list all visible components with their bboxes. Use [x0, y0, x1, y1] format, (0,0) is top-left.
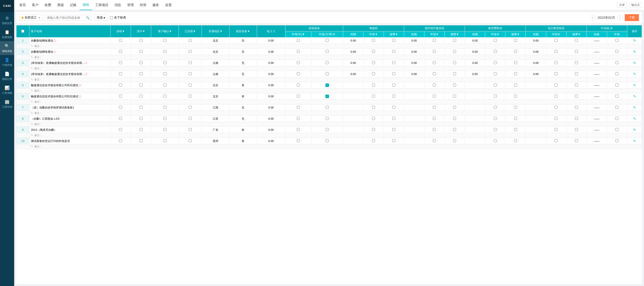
row-confirm[interactable]	[151, 116, 179, 122]
row-local-report[interactable]	[546, 82, 566, 88]
row-vat-report[interactable]	[363, 82, 384, 88]
fin-year-checkbox[interactable]	[297, 61, 300, 64]
row-clearcard[interactable]	[131, 82, 151, 88]
row-edu-pay[interactable]	[505, 138, 526, 144]
row-vat-report[interactable]	[363, 104, 384, 111]
row-edu-report[interactable]	[485, 38, 505, 44]
row-fin-year[interactable]	[285, 93, 311, 100]
edit-icon[interactable]: ✎	[633, 117, 636, 121]
edu-pay-checkbox[interactable]	[514, 139, 517, 142]
row-clearcard[interactable]	[131, 49, 151, 55]
taxcopy-checkbox[interactable]	[119, 61, 122, 64]
note-cell[interactable]: ✎ 备注：	[29, 55, 642, 60]
row-completed[interactable]	[179, 116, 202, 122]
stamp-report-checkbox[interactable]	[615, 50, 618, 53]
stamp-report-checkbox[interactable]	[615, 95, 618, 98]
edit-icon[interactable]: ✎	[633, 105, 636, 110]
city-pay-checkbox[interactable]	[453, 50, 456, 53]
row-vat-pay[interactable]	[384, 49, 404, 55]
row-clearcard[interactable]	[131, 93, 151, 100]
fin-year-checkbox[interactable]	[297, 83, 300, 86]
sidebar-item-batch-tax[interactable]: 📋 批量报税	[0, 27, 14, 41]
row-stamp-report[interactable]	[607, 104, 627, 111]
row-vat-pay[interactable]	[384, 93, 404, 100]
row-local-report[interactable]	[546, 71, 566, 77]
row-city-pay[interactable]	[444, 38, 465, 44]
row-stamp-report[interactable]	[607, 93, 627, 100]
stamp-report-checkbox[interactable]	[615, 61, 618, 64]
row-fin-year[interactable]	[285, 116, 311, 122]
sidebar-item-baoshui-settings[interactable]: ⚙ 报税设置	[0, 13, 14, 27]
row-fin-year[interactable]	[285, 60, 311, 66]
local-pay-checkbox[interactable]	[575, 128, 578, 131]
note-cell[interactable]: ✎ 备注：	[29, 77, 642, 82]
vat-report-checkbox[interactable]	[372, 72, 375, 75]
city-report-checkbox[interactable]	[433, 61, 436, 64]
row-city-pay[interactable]	[444, 104, 465, 111]
row-clearcard[interactable]	[131, 127, 151, 133]
row-completed[interactable]	[179, 49, 202, 55]
edu-report-checkbox[interactable]	[494, 83, 497, 86]
row-local-report[interactable]	[546, 116, 566, 122]
completed-checkbox[interactable]	[189, 139, 192, 142]
row-taxcopy[interactable]	[110, 49, 131, 55]
row-edu-pay[interactable]	[505, 49, 526, 55]
row-edit[interactable]: ✎	[627, 127, 642, 133]
local-report-checkbox[interactable]	[555, 95, 558, 98]
row-local-report[interactable]	[546, 49, 566, 55]
note-cell[interactable]: ✎ 备注：	[29, 133, 642, 138]
fin-month-checkbox[interactable]	[326, 117, 329, 120]
note-cell[interactable]: ✎ 备注：	[29, 100, 642, 104]
row-edu-report[interactable]	[485, 82, 505, 88]
clearcard-checkbox[interactable]	[140, 83, 143, 86]
edu-pay-checkbox[interactable]	[514, 50, 517, 53]
confirm-checkbox[interactable]	[163, 95, 166, 98]
edu-report-checkbox[interactable]	[494, 95, 497, 98]
row-stamp-report[interactable]	[607, 49, 627, 55]
edu-report-checkbox[interactable]	[494, 106, 497, 109]
row-clearcard[interactable]	[131, 116, 151, 122]
city-report-checkbox[interactable]	[433, 139, 436, 142]
row-city-pay[interactable]	[444, 116, 465, 122]
vat-pay-checkbox[interactable]	[392, 72, 395, 75]
clearcard-checkbox[interactable]	[140, 139, 143, 142]
clearcard-checkbox[interactable]	[140, 95, 143, 98]
vat-pay-checkbox[interactable]	[392, 61, 395, 64]
vat-report-checkbox[interactable]	[372, 139, 375, 142]
confirm-checkbox[interactable]	[163, 139, 166, 142]
sidebar-item-tax-record[interactable]: 📄 报税记录	[0, 69, 14, 83]
vat-report-checkbox[interactable]	[372, 61, 375, 64]
row-edu-report[interactable]	[485, 49, 505, 55]
note-cell[interactable]: ✎ 备注：	[29, 144, 642, 149]
row-vat-report[interactable]	[363, 116, 384, 122]
row-edu-report[interactable]	[485, 127, 505, 133]
row-vat-report[interactable]	[363, 138, 384, 144]
fin-year-checkbox[interactable]	[297, 106, 300, 109]
edit-icon[interactable]: ✎	[633, 72, 636, 76]
row-confirm[interactable]	[151, 60, 179, 66]
taxcopy-checkbox[interactable]	[119, 106, 122, 109]
row-vat-pay[interactable]	[384, 60, 404, 66]
vat-pay-checkbox[interactable]	[392, 139, 395, 142]
row-city-report[interactable]	[424, 116, 444, 122]
taxcopy-checkbox[interactable]	[119, 117, 122, 120]
row-local-pay[interactable]	[566, 71, 587, 77]
vat-pay-checkbox[interactable]	[392, 117, 395, 120]
row-fin-month[interactable]	[311, 82, 343, 88]
row-taxcopy[interactable]	[110, 116, 131, 122]
row-vat-pay[interactable]	[384, 82, 404, 88]
row-local-report[interactable]	[546, 127, 566, 133]
stamp-report-checkbox[interactable]	[615, 106, 618, 109]
row-local-report[interactable]	[546, 138, 566, 144]
vat-report-checkbox[interactable]	[372, 50, 375, 53]
taxcopy-checkbox[interactable]	[119, 95, 122, 98]
row-edit[interactable]: ✎	[627, 138, 642, 144]
edu-pay-checkbox[interactable]	[514, 117, 517, 120]
row-fin-year[interactable]	[285, 71, 311, 77]
row-taxcopy[interactable]	[110, 138, 131, 144]
row-vat-report[interactable]	[363, 71, 384, 77]
row-city-pay[interactable]	[444, 49, 465, 55]
vat-pay-checkbox[interactable]	[392, 50, 395, 53]
confirm-checkbox[interactable]	[163, 117, 166, 120]
row-fin-month[interactable]	[311, 104, 343, 111]
